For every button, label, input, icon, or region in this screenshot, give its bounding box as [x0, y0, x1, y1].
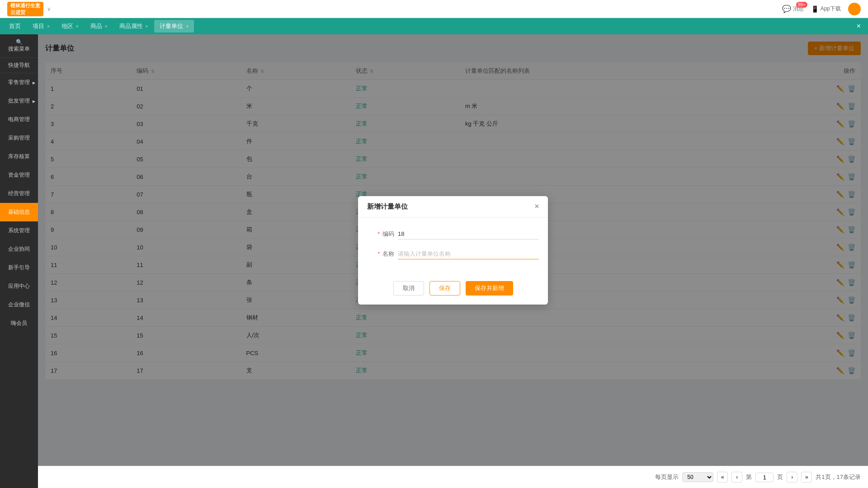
modal-close-button[interactable]: ×: [535, 202, 539, 211]
sidebar-item-inventory[interactable]: 库存核算: [0, 147, 38, 166]
code-input[interactable]: [398, 229, 539, 239]
page-label: 第: [746, 473, 752, 481]
next-page-btn[interactable]: ›: [787, 472, 797, 483]
sidebar-item-cooperation-label: 企业协同: [8, 245, 30, 253]
sidebar-item-wholesale[interactable]: 批发管理 ▶: [0, 92, 38, 110]
tab-project-label: 项目: [33, 22, 44, 30]
total-info: 共1页，17条记录: [816, 473, 861, 481]
sidebar-item-newbie[interactable]: 新手引导: [0, 258, 38, 277]
sidebar-item-ecommerce[interactable]: 电商管理: [0, 110, 38, 129]
required-star: *: [377, 250, 380, 257]
first-page-btn[interactable]: «: [717, 472, 728, 483]
sidebar-item-wholesale-label: 批发管理: [8, 97, 30, 105]
sidebar-item-ecommerce-label: 电商管理: [8, 116, 30, 123]
name-form-row: * 名称: [367, 249, 539, 259]
tab-region-label: 地区: [61, 22, 73, 30]
notification-badge: 99+: [796, 2, 807, 8]
sidebar-item-system-label: 系统管理: [8, 227, 30, 235]
required-star: *: [377, 230, 380, 237]
tab-unit-label: 计量单位: [160, 22, 183, 30]
modal-overlay[interactable]: 新增计量单位 × * 编码 *: [38, 34, 868, 466]
top-header: 橙林通行生意云进贸 ∨ 💬 消息 99+ 📱 App下载: [0, 0, 868, 18]
sidebar-item-operation[interactable]: 经营管理: [0, 184, 38, 203]
sidebar-quick-nav[interactable]: 快捷导航: [0, 58, 38, 73]
sidebar-item-operation-label: 经营管理: [8, 190, 30, 197]
sidebar-item-app-center-label: 应用中心: [8, 282, 30, 290]
tab-unit[interactable]: 计量单位 ×: [154, 20, 194, 33]
sidebar: 🔍 搜索菜单 快捷导航 零售管理 ▶ 批发管理 ▶ 电商管理 采购管理 库存核算…: [0, 34, 38, 488]
code-form-row: * 编码: [367, 229, 539, 239]
tab-home-label: 首页: [9, 22, 21, 30]
chat-icon: 💬: [782, 5, 791, 13]
sidebar-item-system[interactable]: 系统管理: [0, 221, 38, 240]
nav-toggle[interactable]: ∨: [47, 6, 51, 12]
tab-project-close[interactable]: ×: [47, 24, 50, 29]
prev-page-btn[interactable]: ‹: [731, 472, 742, 483]
tab-bar: 首页 项目 × 地区 × 商品 × 商品属性 × 计量单位 × ×: [0, 18, 868, 34]
sidebar-item-app-center[interactable]: 应用中心: [0, 277, 38, 296]
logo-area: 橙林通行生意云进贸 ∨: [7, 2, 51, 16]
tab-product-attr-label: 商品属性: [119, 22, 143, 30]
logo: 橙林通行生意云进贸: [7, 2, 43, 16]
modal-header: 新增计量单位 ×: [358, 196, 548, 218]
save-and-new-button[interactable]: 保存并新增: [466, 281, 513, 296]
add-unit-modal: 新增计量单位 × * 编码 *: [358, 196, 548, 305]
code-label: * 编码: [367, 230, 394, 238]
sidebar-item-enterprise-label: 企业微信: [8, 301, 30, 309]
sidebar-item-retail[interactable]: 零售管理 ▶: [0, 73, 38, 92]
pagination-bar: 每页显示 50 10 20 100 « ‹ 第 页 › » 共1页，17条记录: [38, 466, 868, 488]
page-suffix: 页: [777, 473, 783, 481]
app-download-btn[interactable]: 📱 App下载: [811, 5, 841, 13]
main-layout: 🔍 搜索菜单 快捷导航 零售管理 ▶ 批发管理 ▶ 电商管理 采购管理 库存核算…: [0, 34, 868, 488]
sidebar-item-member-label: 嗨会员: [11, 319, 27, 327]
tab-region-close[interactable]: ×: [76, 24, 79, 29]
sidebar-item-base-data-label: 基础信息: [8, 208, 30, 216]
tab-project[interactable]: 项目 ×: [27, 20, 55, 33]
sidebar-search[interactable]: 🔍 搜索菜单: [0, 34, 38, 58]
sidebar-item-enterprise[interactable]: 企业微信: [0, 296, 38, 314]
sidebar-item-finance-label: 资金管理: [8, 171, 30, 179]
page-content: 计量单位 + 新增计量单位 序号 编码 ⇅ 名称: [38, 34, 868, 466]
cancel-button[interactable]: 取消: [393, 281, 424, 296]
modal-footer: 取消 保存 保存并新增: [358, 276, 548, 305]
header-right: 💬 消息 99+ 📱 App下载: [782, 3, 861, 15]
tab-home[interactable]: 首页: [4, 20, 26, 33]
sidebar-item-base-data[interactable]: 基础信息: [0, 203, 38, 221]
sidebar-item-cooperation[interactable]: 企业协同: [0, 240, 38, 258]
name-label: * 名称: [367, 250, 394, 258]
sidebar-quick-nav-label: 快捷导航: [8, 62, 30, 68]
sidebar-search-label: 搜索菜单: [8, 46, 30, 52]
tab-product-attr[interactable]: 商品属性 ×: [114, 20, 154, 33]
avatar[interactable]: [848, 3, 861, 15]
mobile-icon: 📱: [811, 5, 819, 13]
sidebar-item-inventory-label: 库存核算: [8, 153, 30, 160]
modal-title: 新增计量单位: [367, 202, 408, 211]
tab-region[interactable]: 地区 ×: [56, 20, 84, 33]
notification-area[interactable]: 💬 消息 99+: [782, 5, 804, 13]
name-input[interactable]: [398, 249, 539, 259]
tab-product-close[interactable]: ×: [105, 24, 108, 29]
logo-text: 橙林通行生意云进贸: [10, 2, 40, 16]
page-number-input[interactable]: [755, 473, 774, 482]
save-button[interactable]: 保存: [429, 281, 460, 296]
sidebar-item-purchase-label: 采购管理: [8, 134, 30, 142]
sidebar-item-newbie-label: 新手引导: [8, 264, 30, 272]
page-size-select[interactable]: 50 10 20 100: [682, 472, 713, 482]
modal-body: * 编码 * 名称: [358, 218, 548, 276]
content-area: 计量单位 + 新增计量单位 序号 编码 ⇅ 名称: [38, 34, 868, 488]
search-icon: 🔍: [16, 39, 23, 45]
tab-product-label: 商品: [90, 22, 102, 30]
sidebar-item-finance[interactable]: 资金管理: [0, 166, 38, 184]
per-page-label: 每页显示: [655, 473, 679, 481]
sidebar-item-purchase[interactable]: 采购管理: [0, 129, 38, 147]
app-download-label: App下载: [821, 5, 841, 13]
chevron-right-icon: ▶: [33, 80, 35, 84]
sidebar-item-member[interactable]: 嗨会员: [0, 314, 38, 333]
last-page-btn[interactable]: »: [801, 472, 812, 483]
tab-product-attr-close[interactable]: ×: [146, 24, 148, 29]
sidebar-item-retail-label: 零售管理: [8, 79, 30, 86]
tab-bar-close-btn[interactable]: ×: [853, 22, 864, 30]
tab-unit-close[interactable]: ×: [186, 24, 189, 29]
tab-product[interactable]: 商品 ×: [85, 20, 113, 33]
chevron-right-icon: ▶: [33, 99, 35, 103]
